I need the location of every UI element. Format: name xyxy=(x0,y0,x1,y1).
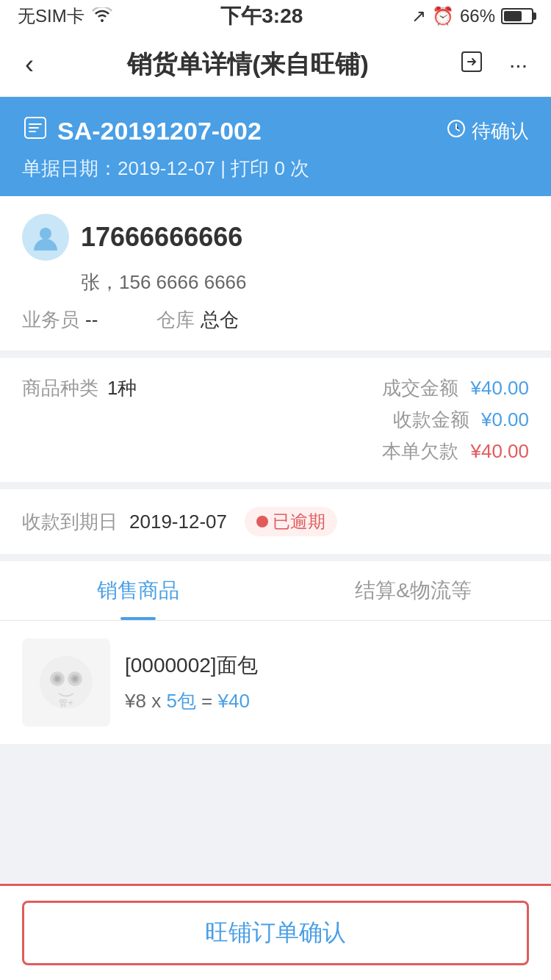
order-id-text: SA-20191207-002 xyxy=(57,117,262,145)
products-section: 管+ [0000002]面包 ¥8 x 5包 = ¥40 xyxy=(0,621,551,745)
battery-icon xyxy=(501,8,533,24)
sales-info: 业务员 -- xyxy=(22,307,98,333)
tab-settlement-label: 结算&物流等 xyxy=(355,577,472,605)
product-type-value: 1种 xyxy=(107,375,137,401)
status-right: ↗ ⏰ 66% xyxy=(411,6,533,26)
summary-card: 商品种类 1种 成交金额 ¥40.00 收款金额 ¥0.00 本单欠款 ¥40.… xyxy=(0,358,551,482)
sales-value: -- xyxy=(85,309,98,331)
order-status: 待确认 xyxy=(447,118,529,144)
sales-label: 业务员 xyxy=(22,307,79,333)
product-name: [0000002]面包 xyxy=(125,652,529,680)
amount-label-0: 成交金额 xyxy=(382,375,458,401)
wifi-icon xyxy=(92,6,112,26)
customer-name: 张，156 6666 6666 xyxy=(22,270,529,295)
overdue-dot-icon xyxy=(256,516,268,527)
warehouse-label: 仓库 xyxy=(156,307,195,333)
battery-text: 66% xyxy=(460,6,495,26)
alarm-icon: ⏰ xyxy=(432,6,454,26)
warehouse-value: 总仓 xyxy=(201,307,239,333)
amount-row-1: 收款金额 ¥0.00 xyxy=(393,407,529,433)
customer-phone: 17666666666 xyxy=(81,222,242,253)
amount-value-1: ¥0.00 xyxy=(481,408,529,431)
product-type-label: 商品种类 xyxy=(22,375,98,401)
amount-value-0: ¥40.00 xyxy=(470,377,529,400)
amount-row-2: 本单欠款 ¥40.00 xyxy=(382,439,529,464)
confirm-button-container: 旺铺订单确认 xyxy=(0,884,551,980)
nav-bar: ‹ 销货单详情(来自旺铺) ··· xyxy=(0,32,551,97)
tabs-bar: 销售商品 结算&物流等 xyxy=(0,561,551,621)
status-time: 下午3:28 xyxy=(220,2,303,30)
product-type: 商品种类 1种 xyxy=(22,375,137,401)
status-text: 待确认 xyxy=(472,118,529,144)
svg-point-9 xyxy=(55,677,60,681)
svg-point-3 xyxy=(40,228,51,239)
product-price: ¥8 x 5包 = ¥40 xyxy=(125,688,529,714)
more-button[interactable]: ··· xyxy=(503,46,533,83)
overdue-label: 已逾期 xyxy=(273,510,325,533)
order-id: SA-20191207-002 xyxy=(22,115,262,147)
amount-row-0: 成交金额 ¥40.00 xyxy=(382,375,529,401)
svg-point-10 xyxy=(73,677,77,681)
order-date: 单据日期：2019-12-07 | 打印 0 次 xyxy=(22,156,529,181)
due-date-card: 收款到期日 2019-12-07 已逾期 xyxy=(0,489,551,554)
tab-sales-label: 销售商品 xyxy=(97,577,179,605)
overdue-badge: 已逾期 xyxy=(245,507,337,536)
status-bar: 无SIM卡 下午3:28 ↗ ⏰ 66% xyxy=(0,0,551,32)
warehouse-info: 仓库 总仓 xyxy=(156,307,239,333)
summary-row: 商品种类 1种 成交金额 ¥40.00 收款金额 ¥0.00 本单欠款 ¥40.… xyxy=(22,375,529,464)
product-details: [0000002]面包 ¥8 x 5包 = ¥40 xyxy=(125,652,529,714)
order-id-row: SA-20191207-002 待确认 xyxy=(22,115,529,147)
customer-card: 17666666666 张，156 6666 6666 业务员 -- 仓库 总仓 xyxy=(0,196,551,350)
product-equals: = xyxy=(196,690,218,712)
amount-label-1: 收款金额 xyxy=(393,407,469,433)
product-qty: 5包 xyxy=(166,690,195,712)
svg-text:管+: 管+ xyxy=(59,698,73,708)
product-total: ¥40 xyxy=(217,690,249,712)
amounts: 成交金额 ¥40.00 收款金额 ¥0.00 本单欠款 ¥40.00 xyxy=(382,375,529,464)
tab-underline xyxy=(120,617,156,620)
product-item: 管+ [0000002]面包 ¥8 x 5包 = ¥40 xyxy=(0,621,551,745)
product-unit-price: ¥8 x xyxy=(125,690,166,712)
order-header: SA-20191207-002 待确认 单据日期：2019-12-07 | 打印… xyxy=(0,97,551,196)
carrier-text: 无SIM卡 xyxy=(18,4,84,28)
order-icon xyxy=(22,115,48,147)
due-date-value: 2019-12-07 xyxy=(129,511,227,533)
tab-settlement[interactable]: 结算&物流等 xyxy=(276,561,551,620)
nav-actions: ··· xyxy=(455,45,533,84)
clock-icon xyxy=(447,119,466,143)
product-thumbnail: 管+ xyxy=(22,638,110,727)
avatar xyxy=(22,214,69,261)
back-button[interactable]: ‹ xyxy=(18,42,41,87)
amount-label-2: 本单欠款 xyxy=(382,439,458,464)
customer-row: 17666666666 xyxy=(22,214,529,261)
confirm-order-button[interactable]: 旺铺订单确认 xyxy=(22,901,529,965)
location-icon: ↗ xyxy=(411,6,426,26)
customer-meta: 业务员 -- 仓库 总仓 xyxy=(22,307,529,333)
tab-sales-products[interactable]: 销售商品 xyxy=(0,561,276,620)
share-button[interactable] xyxy=(455,45,489,84)
amount-value-2: ¥40.00 xyxy=(470,440,529,463)
page-title: 销货单详情(来自旺铺) xyxy=(127,48,369,82)
status-left: 无SIM卡 xyxy=(18,4,112,28)
due-label: 收款到期日 xyxy=(22,509,118,535)
